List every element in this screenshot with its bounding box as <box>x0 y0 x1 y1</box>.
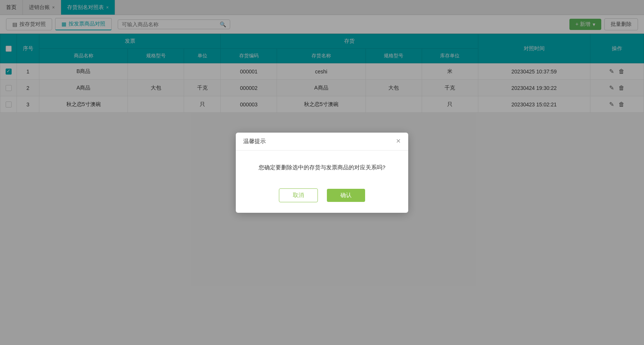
modal-overlay: 温馨提示 ✕ 您确定要删除选中的存货与发票商品的对应关系吗? 取消 确认 <box>0 0 644 113</box>
